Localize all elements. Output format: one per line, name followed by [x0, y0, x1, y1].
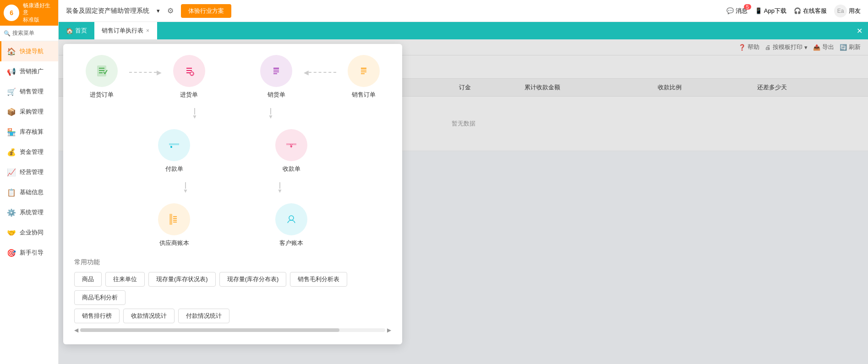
- wf-receipt-bill[interactable]: ¥ 收款单: [264, 129, 319, 173]
- headset-icon: 🎧: [794, 7, 801, 14]
- guide-icon: 🎯: [7, 248, 16, 257]
- basic-info-icon: 📋: [7, 188, 16, 197]
- purchase-bill-label: 进货单: [180, 91, 198, 99]
- workflow-dialog: 进货订单 ▶ ✓: [63, 44, 402, 344]
- svg-rect-10: [272, 65, 281, 76]
- topbar-right-actions: 💬 消息 5 📱 App下载 🎧 在线客服 Ea 用友: [726, 5, 861, 17]
- supplier-ledger-icon: [158, 203, 190, 235]
- sidebar-item-quick-nav[interactable]: 🏠 快捷导航: [0, 41, 58, 61]
- workflow-row-1: 进货订单 ▶ ✓: [74, 55, 391, 99]
- sidebar: 6 畅康通好生意 标准版 🔍 搜索菜单 🏠 快捷导航 📢 营销推广 🛒 销售管理: [0, 0, 59, 364]
- customer-ledger-label: 客户账本: [279, 239, 303, 247]
- experience-button[interactable]: 体验行业方案: [181, 4, 231, 18]
- workflow-diagram: 进货订单 ▶ ✓: [74, 55, 391, 247]
- receipt-bill-icon: ¥: [275, 129, 307, 161]
- common-btn-partner[interactable]: 往来单位: [105, 272, 145, 287]
- sales-icon: 🛒: [7, 87, 16, 96]
- app-download-item[interactable]: 📱 App下载: [755, 7, 786, 15]
- chevron-down-icon: ▾: [157, 7, 160, 14]
- message-badge: 5: [744, 4, 751, 10]
- tab-close-icon[interactable]: ×: [146, 27, 149, 34]
- sidebar-item-finance[interactable]: 💰 资金管理: [0, 142, 58, 162]
- finance-icon: 💰: [7, 147, 16, 157]
- common-btn-sales-ranking[interactable]: 销售排行榜: [74, 309, 120, 323]
- customer-ledger-icon: [275, 203, 307, 235]
- common-btn-stock-dist[interactable]: 现存量(库存分布表): [219, 272, 287, 287]
- wf-customer-ledger[interactable]: 客户账本: [264, 203, 319, 247]
- content-area: ❓ 帮助 🖨 按模板打印 ▾ 📤 导出 🔄 刷新: [59, 39, 868, 364]
- sidebar-item-purchase[interactable]: 📦 采购管理: [0, 102, 58, 122]
- workflow-arrows-row-2: ▼ ▼: [74, 182, 391, 194]
- common-functions-buttons-row2: 销售排行榜 收款情况统计 付款情况统计: [74, 309, 391, 323]
- scroll-right-arrow[interactable]: ▶: [387, 327, 391, 333]
- tab-bar: 🏠 首页 销售订单执行表 × ✕: [59, 22, 868, 39]
- common-btn-product[interactable]: 商品: [74, 272, 102, 287]
- search-icon: 🔍: [4, 30, 11, 37]
- purchase-icon: 📦: [7, 107, 16, 116]
- dialog-scrollbar-row: ◀ ▶: [74, 327, 391, 333]
- supplier-ledger-label: 供应商账本: [159, 239, 189, 247]
- wf-sales-bill[interactable]: 销货单: [249, 55, 304, 99]
- tab-home[interactable]: 🏠 首页: [59, 22, 94, 39]
- svg-text:¥: ¥: [289, 144, 293, 149]
- scrollbar-thumb: [80, 328, 339, 332]
- sales-bill-label: 销货单: [267, 91, 285, 99]
- arrow-to-purchase-bill: ▶: [129, 69, 162, 76]
- sidebar-search[interactable]: 🔍 搜索菜单: [0, 26, 58, 41]
- common-btn-product-gross[interactable]: 商品毛利分析: [74, 290, 126, 305]
- common-functions-buttons: 商品 往来单位 现存量(库存状况表) 现存量(库存分布表) 销售毛利分析表 商品…: [74, 272, 391, 305]
- common-btn-payment-stats[interactable]: 付款情况统计: [178, 309, 229, 323]
- scroll-left-arrow[interactable]: ◀: [74, 327, 78, 333]
- payment-bill-icon: ¥: [158, 129, 190, 161]
- purchase-order-icon: [86, 55, 118, 87]
- sales-bill-icon: [260, 55, 292, 87]
- message-icon: 💬: [726, 7, 734, 14]
- common-functions-title: 常用功能: [74, 258, 391, 266]
- sidebar-nav: 🏠 快捷导航 📢 营销推广 🛒 销售管理 📦 采购管理 🏪 库存核算 💰: [0, 41, 58, 364]
- workflow-overlay[interactable]: 进货订单 ▶ ✓: [59, 39, 868, 364]
- receipt-bill-label: 收款单: [283, 165, 300, 173]
- wf-supplier-ledger[interactable]: 供应商账本: [147, 203, 202, 247]
- svg-rect-28: [169, 214, 172, 225]
- sidebar-item-operations[interactable]: 📈 经营管理: [0, 162, 58, 182]
- avatar: Ea: [834, 5, 847, 17]
- sidebar-item-guide[interactable]: 🎯 新手引导: [0, 243, 58, 263]
- settings-icon[interactable]: ⚙: [167, 6, 174, 15]
- common-btn-stock-status[interactable]: 现存量(库存状况表): [148, 272, 216, 287]
- sidebar-item-inventory[interactable]: 🏪 库存核算: [0, 122, 58, 142]
- system-title: 装备及固定资产辅助管理系统: [66, 7, 149, 15]
- logo-icon: 6: [4, 5, 19, 21]
- sales-order-label: 销售订单: [352, 91, 376, 99]
- common-btn-sales-gross[interactable]: 销售毛利分析表: [290, 272, 347, 287]
- workflow-arrows-row: ▼ ▼: [74, 108, 391, 120]
- arrow-from-sales-order: ◀: [304, 69, 336, 76]
- common-btn-receipt-stats[interactable]: 收款情况统计: [123, 309, 175, 323]
- tab-sales-order-execution[interactable]: 销售订单执行表 ×: [94, 22, 157, 39]
- wf-sales-order[interactable]: 销售订单: [336, 55, 391, 99]
- wf-payment-bill[interactable]: ¥ 付款单: [147, 129, 202, 173]
- tab-bar-close-button[interactable]: ✕: [851, 22, 868, 39]
- purchase-order-label: 进货订单: [90, 91, 114, 99]
- sidebar-item-sales[interactable]: 🛒 销售管理: [0, 81, 58, 102]
- sidebar-item-enterprise[interactable]: 🤝 企业协同: [0, 223, 58, 243]
- sidebar-item-marketing[interactable]: 📢 营销推广: [0, 61, 58, 81]
- user-profile[interactable]: Ea 用友: [834, 5, 861, 17]
- svg-text:✓: ✓: [191, 73, 193, 76]
- marketing-icon: 📢: [7, 67, 16, 76]
- logo-text: 畅康通好生意 标准版: [23, 2, 55, 24]
- message-item[interactable]: 💬 消息 5: [726, 7, 748, 15]
- online-service-item[interactable]: 🎧 在线客服: [794, 7, 827, 15]
- wf-purchase-bill[interactable]: ✓ 进货单: [162, 55, 217, 99]
- system-dropdown[interactable]: ▾: [157, 7, 160, 14]
- topbar: 装备及固定资产辅助管理系统 ▾ ⚙ 体验行业方案 💬 消息 5 📱 App下载 …: [59, 0, 868, 22]
- scrollbar-track: [80, 328, 385, 332]
- payment-bill-label: 付款单: [165, 165, 183, 173]
- purchase-bill-icon: ✓: [173, 55, 205, 87]
- sidebar-item-basic-info[interactable]: 📋 基础信息: [0, 182, 58, 202]
- wf-purchase-order[interactable]: 进货订单: [74, 55, 129, 99]
- svg-rect-15: [359, 65, 368, 76]
- sidebar-item-system[interactable]: ⚙️ 系统管理: [0, 202, 58, 223]
- home-icon: 🏠: [66, 27, 73, 34]
- common-functions-section: 常用功能 商品 往来单位 现存量(库存状况表) 现存量(库存分布表) 销售毛利分…: [74, 258, 391, 323]
- inventory-icon: 🏪: [7, 127, 16, 136]
